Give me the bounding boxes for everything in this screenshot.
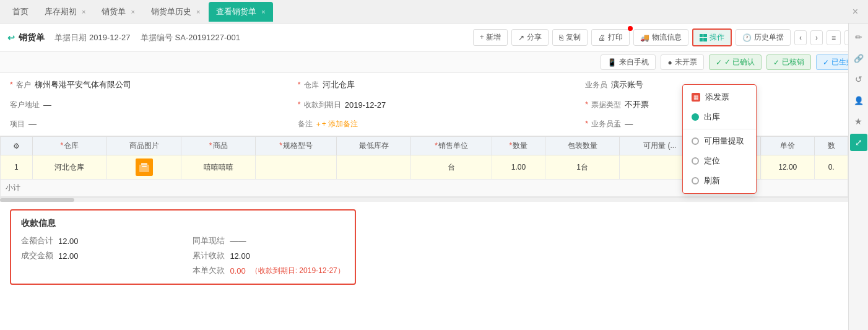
rotate-sidebar-icon[interactable]: ↺ bbox=[850, 71, 867, 88]
star-sidebar-icon[interactable]: ★ bbox=[850, 113, 867, 130]
bill-type-value: 不开票 bbox=[625, 99, 649, 110]
from-phone-button[interactable]: 📱 来自手机 bbox=[601, 54, 656, 70]
cell-product: 嘻嘻嘻嘻 bbox=[181, 155, 256, 180]
user-sidebar-icon[interactable]: 👤 bbox=[850, 92, 867, 109]
edit-sidebar-icon[interactable]: ✏ bbox=[850, 28, 867, 46]
dropdown-locate[interactable]: 定位 bbox=[683, 151, 756, 171]
check-icon: ✓ bbox=[716, 58, 722, 67]
settings-icon: ⚙ bbox=[13, 142, 20, 150]
payment-box: 收款信息 金额合计 12.00 同单现结 —— 成交金额 12.00 bbox=[10, 209, 356, 285]
tab-close-sales[interactable]: × bbox=[131, 8, 134, 15]
col-quantity: *数量 bbox=[492, 137, 545, 155]
scrollbar-thumb[interactable] bbox=[0, 198, 74, 202]
expand-sidebar-icon[interactable]: ⤢ bbox=[850, 134, 867, 151]
cell-product-img bbox=[106, 155, 181, 180]
svg-rect-0 bbox=[139, 165, 149, 172]
cell-warehouse: 河北仓库 bbox=[32, 155, 106, 180]
document-header: ↩ 销货单 单据日期 2019-12-27 单据编号 SA-20191227-0… bbox=[0, 24, 868, 52]
col-min-stock: 最低库存 bbox=[336, 137, 410, 155]
cell-amount: 0. bbox=[815, 155, 848, 180]
dropdown-refresh[interactable]: 刷新 bbox=[683, 171, 756, 191]
history-button[interactable]: 🕐 历史单据 bbox=[736, 29, 791, 46]
dropdown-add-invoice[interactable]: ▦ 添发票 bbox=[683, 87, 756, 107]
doc-icon: ↩ bbox=[7, 33, 15, 43]
cell-spec bbox=[256, 155, 337, 180]
col-unit-price: 单价 bbox=[761, 137, 815, 155]
payment-date-field: * 收款到期日 2019-12-27 bbox=[298, 100, 571, 110]
share-icon: ↗ bbox=[518, 33, 524, 42]
dropdown-ship[interactable]: 出库 bbox=[683, 107, 756, 127]
col-amount: 数 bbox=[815, 137, 848, 155]
tab-close-view-sales[interactable]: × bbox=[261, 8, 265, 15]
customer-field: * 客户 柳州粤港平安气体有限公司 bbox=[10, 79, 283, 90]
plus-icon: + bbox=[316, 120, 321, 129]
doc-title-text: 销货单 bbox=[19, 32, 45, 43]
employee-value: 演示账号 bbox=[611, 79, 643, 90]
nav-prev-button[interactable]: ‹ bbox=[794, 30, 807, 45]
tab-home[interactable]: 首页 bbox=[5, 2, 36, 22]
status-bar: 📱 来自手机 ● 未开票 ✓ ✓ 已确认 ✓ 已核销 ✓ 已生效 bbox=[0, 52, 868, 73]
number-label: 单据编号 SA-20191227-001 bbox=[141, 32, 241, 43]
col-warehouse: *仓库 bbox=[32, 137, 106, 155]
add-note-button[interactable]: + + 添加备注 bbox=[316, 119, 358, 129]
col-product-img: 商品图片 bbox=[106, 137, 181, 155]
note-field: 备注 + + 添加备注 bbox=[298, 119, 571, 129]
project-field: 项目 — bbox=[10, 119, 283, 129]
col-settings: ⚙ bbox=[1, 137, 33, 155]
invoice-icon: ● bbox=[667, 58, 672, 67]
check-voided-icon: ✓ bbox=[773, 58, 779, 67]
cumulative-item: 累计收款 12.00 bbox=[193, 250, 344, 261]
tab-close-sales-history[interactable]: × bbox=[196, 8, 200, 15]
warehouse-value: 河北仓库 bbox=[323, 79, 355, 90]
tab-sales-history[interactable]: 销货单历史 × bbox=[144, 2, 207, 22]
check-effective-icon: ✓ bbox=[823, 58, 829, 67]
tab-sales[interactable]: 销货单 × bbox=[94, 2, 142, 22]
col-package-qty: 包装数量 bbox=[545, 137, 620, 155]
tab-bar: 首页 库存期初 × 销货单 × 销货单历史 × 查看销货单 × × bbox=[0, 0, 868, 24]
product-image bbox=[136, 158, 153, 176]
cell-unit-price: 12.00 bbox=[761, 155, 815, 180]
document-meta: 单据日期 2019-12-27 单据编号 SA-20191227-001 bbox=[54, 32, 240, 43]
new-button[interactable]: + 新增 bbox=[473, 29, 508, 46]
toolbar: + 新增 ↗ 分享 ⎘ 复制 🖨 打印 🚚 物流信息 bbox=[473, 28, 861, 46]
logistics-icon: 🚚 bbox=[640, 33, 649, 42]
document-title: ↩ 销货单 bbox=[7, 32, 45, 43]
balance-value: 0.00 bbox=[230, 266, 245, 276]
total-item: 金额合计 12.00 bbox=[21, 235, 173, 246]
address-field: 客户地址 — bbox=[10, 100, 283, 110]
transaction-item: 成交金额 12.00 bbox=[21, 250, 173, 261]
locate-icon bbox=[692, 157, 699, 165]
payment-date-value: 2019-12-27 bbox=[345, 100, 386, 110]
svg-rect-1 bbox=[141, 163, 147, 165]
logistics-button[interactable]: 🚚 物流信息 bbox=[633, 29, 688, 46]
col-product: *商品 bbox=[181, 137, 256, 155]
dropdown-available[interactable]: 可用量提取 bbox=[683, 131, 756, 151]
tab-view-sales[interactable]: 查看销货单 × bbox=[209, 2, 272, 22]
cell-sales-unit: 台 bbox=[411, 155, 492, 180]
cell-quantity: 1.00 bbox=[492, 155, 545, 180]
not-open-button[interactable]: ● 未开票 bbox=[661, 54, 703, 70]
window-close-button[interactable]: × bbox=[848, 6, 863, 17]
nav-next-button[interactable]: › bbox=[810, 30, 823, 45]
same-order-value: —— bbox=[230, 237, 246, 246]
payment-title: 收款信息 bbox=[21, 218, 345, 229]
add-invoice-icon: ▦ bbox=[692, 93, 700, 102]
link-sidebar-icon[interactable]: 🔗 bbox=[850, 50, 867, 67]
share-button[interactable]: ↗ 分享 bbox=[511, 29, 549, 46]
operation-icon bbox=[700, 34, 707, 41]
refresh-icon bbox=[692, 177, 699, 185]
view-list-button[interactable]: ≡ bbox=[827, 30, 841, 45]
tab-close-inventory[interactable]: × bbox=[82, 8, 85, 15]
col-spec: *规格型号 bbox=[256, 137, 337, 155]
same-order-item: 同单现结 —— bbox=[193, 235, 344, 246]
transaction-value: 12.00 bbox=[58, 251, 79, 261]
print-button[interactable]: 🖨 打印 bbox=[591, 29, 630, 46]
copy-button[interactable]: ⎘ 复制 bbox=[552, 29, 588, 46]
tab-inventory[interactable]: 库存期初 × bbox=[37, 2, 93, 22]
balance-note: （收款到期日: 2019-12-27） bbox=[251, 266, 345, 276]
col-sales-unit: *销售单位 bbox=[411, 137, 492, 155]
operation-button[interactable]: 操作 bbox=[692, 28, 732, 46]
dropdown-divider-1 bbox=[683, 129, 756, 129]
horizontal-scrollbar[interactable] bbox=[0, 197, 848, 202]
date-label: 单据日期 2019-12-27 bbox=[54, 32, 131, 43]
